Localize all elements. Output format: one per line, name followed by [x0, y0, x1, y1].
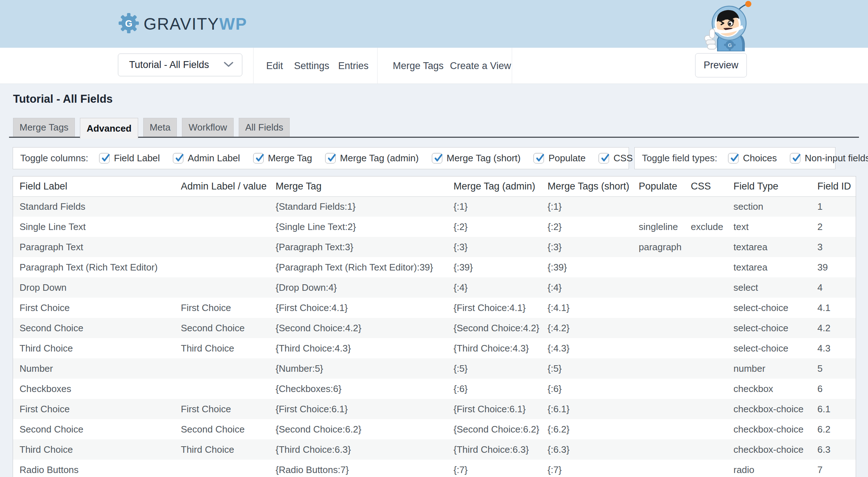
toggle-columns-label: Toggle columns: — [20, 153, 88, 164]
checkbox-label: Admin Label — [188, 153, 240, 164]
toolbar: Tutorial - All Fields Edit Settings Entr… — [0, 48, 868, 84]
cell-field-label: Paragraph Text — [13, 237, 174, 257]
cell-field-type: checkbox-choice — [727, 419, 811, 439]
cell-merge-tags-short: {:7} — [541, 460, 632, 477]
cell-merge-tag: {Number:5} — [269, 358, 447, 379]
checkbox-checked-icon[interactable] — [325, 153, 336, 163]
tab-all-fields[interactable]: All Fields — [239, 118, 290, 137]
toggle-column-populate-checkbox[interactable]: Populate — [533, 153, 586, 164]
cell-merge-tags-short: {:6} — [541, 379, 632, 399]
cell-css — [684, 257, 727, 277]
toggle-column-merge-tag-short-checkbox[interactable]: Merge Tag (short) — [432, 153, 521, 164]
toggle-column-admin-label-checkbox[interactable]: Admin Label — [173, 153, 240, 164]
toggle-column-merge-tag-checkbox[interactable]: Merge Tag — [253, 153, 312, 164]
checkbox-checked-icon[interactable] — [790, 153, 800, 163]
cell-admin-label-value: Third Choice — [174, 439, 269, 460]
cell-merge-tag: {Third Choice:4.3} — [269, 338, 447, 358]
column-header-admin-label-value: Admin Label / value — [174, 176, 269, 196]
cell-merge-tag-admin: {First Choice:6.1} — [447, 399, 541, 419]
cell-merge-tags-short: {:4.3} — [541, 338, 632, 358]
cell-field-id: 6.1 — [811, 399, 856, 419]
cell-field-type: textarea — [727, 237, 811, 257]
gravitywp-logo[interactable]: G GRAVITYWP — [118, 0, 247, 48]
toggle-fieldtype-choices-checkbox[interactable]: Choices — [728, 153, 777, 164]
toggle-fieldtype-non-input-fields-checkbox[interactable]: Non-input fields — [790, 153, 868, 164]
cell-populate — [632, 196, 684, 217]
cell-merge-tag: {Radio Buttons:7} — [269, 460, 447, 477]
toggle-column-field-label-checkbox[interactable]: Field Label — [99, 153, 160, 164]
toggle-column-css-checkbox[interactable]: CSS — [599, 153, 633, 164]
cell-merge-tag-admin: {Third Choice:6.3} — [447, 439, 541, 460]
cell-field-type: checkbox-choice — [727, 399, 811, 419]
checkbox-checked-icon[interactable] — [253, 153, 264, 163]
cell-field-id: 3 — [811, 237, 856, 257]
checkbox-checked-icon[interactable] — [728, 153, 739, 163]
toggle-field-types-label: Toggle field types: — [642, 153, 717, 164]
tab-advanced[interactable]: Advanced — [80, 118, 138, 139]
cell-merge-tag: {Standard Fields:1} — [269, 196, 447, 217]
nav-link-entries[interactable]: Entries — [338, 48, 369, 84]
cell-field-id: 6 — [811, 379, 856, 399]
cell-populate: paragraph — [632, 237, 684, 257]
cell-css — [684, 237, 727, 257]
checkbox-label: Merge Tag — [268, 153, 312, 164]
cell-merge-tags-short: {:4.2} — [541, 318, 632, 338]
cell-merge-tag-admin: {:2} — [447, 217, 541, 237]
cell-merge-tags-short: {:1} — [541, 196, 632, 217]
cell-admin-label-value — [174, 358, 269, 379]
svg-text:G: G — [728, 42, 732, 48]
cell-field-label: Checkboxes — [13, 379, 174, 399]
gear-icon: G — [118, 13, 139, 35]
checkbox-checked-icon[interactable] — [599, 153, 609, 163]
tab-bar: Merge TagsAdvancedMetaWorkflowAll Fields — [13, 118, 290, 139]
tab-workflow[interactable]: Workflow — [182, 118, 233, 137]
cell-field-label: Third Choice — [13, 338, 174, 358]
cell-field-label: Third Choice — [13, 439, 174, 460]
cell-merge-tag: {Drop Down:4} — [269, 277, 447, 298]
toolbar-divider — [253, 48, 254, 84]
cell-field-type: select-choice — [727, 318, 811, 338]
nav-link-create-a-view[interactable]: Create a View — [450, 48, 511, 84]
cell-field-label: Radio Buttons — [13, 460, 174, 477]
checkbox-checked-icon[interactable] — [432, 153, 442, 163]
cell-css: exclude — [684, 217, 727, 237]
cell-admin-label-value: Second Choice — [174, 318, 269, 338]
column-header-field-id: Field ID — [811, 176, 856, 196]
checkbox-checked-icon[interactable] — [173, 153, 183, 163]
checkbox-checked-icon[interactable] — [99, 153, 110, 163]
cell-field-label: Second Choice — [13, 318, 174, 338]
cell-merge-tag: {Second Choice:4.2} — [269, 318, 447, 338]
column-header-field-type: Field Type — [727, 176, 811, 196]
table-row: First ChoiceFirst Choice{First Choice:4.… — [13, 298, 856, 318]
nav-link-settings[interactable]: Settings — [294, 48, 329, 84]
cell-merge-tag-admin: {:5} — [447, 358, 541, 379]
checkbox-checked-icon[interactable] — [533, 153, 544, 163]
cell-css — [684, 358, 727, 379]
toggle-field-types-box: Toggle field types: ChoicesNon-input fie… — [634, 147, 835, 169]
cell-populate — [632, 439, 684, 460]
tab-merge-tags[interactable]: Merge Tags — [13, 118, 75, 137]
cell-field-label: Standard Fields — [13, 196, 174, 217]
cell-merge-tags-short: {:2} — [541, 217, 632, 237]
cell-merge-tags-short: {:5} — [541, 358, 632, 379]
cell-css — [684, 318, 727, 338]
cell-populate — [632, 460, 684, 477]
cell-admin-label-value — [174, 257, 269, 277]
checkbox-label: Field Label — [114, 153, 160, 164]
cell-admin-label-value: Third Choice — [174, 338, 269, 358]
nav-link-merge-tags[interactable]: Merge Tags — [393, 48, 444, 84]
cell-populate — [632, 399, 684, 419]
table-row: Radio Buttons{Radio Buttons:7}{:7}{:7}ra… — [13, 460, 856, 477]
form-switcher-value: Tutorial - All Fields — [129, 59, 209, 71]
logo-wordmark: GRAVITYWP — [144, 14, 247, 34]
toggle-column-merge-tag-admin-checkbox[interactable]: Merge Tag (admin) — [325, 153, 419, 164]
cell-merge-tag-admin: {:3} — [447, 237, 541, 257]
tab-meta[interactable]: Meta — [143, 118, 177, 137]
form-switcher-dropdown[interactable]: Tutorial - All Fields — [118, 54, 242, 76]
table-row: Paragraph Text (Rich Text Editor){Paragr… — [13, 257, 856, 277]
cell-merge-tag-admin: {Second Choice:6.2} — [447, 419, 541, 439]
nav-link-edit[interactable]: Edit — [266, 48, 283, 84]
preview-button[interactable]: Preview — [695, 53, 747, 77]
cell-merge-tag: {Second Choice:6.2} — [269, 419, 447, 439]
cell-merge-tag-admin: {:39} — [447, 257, 541, 277]
